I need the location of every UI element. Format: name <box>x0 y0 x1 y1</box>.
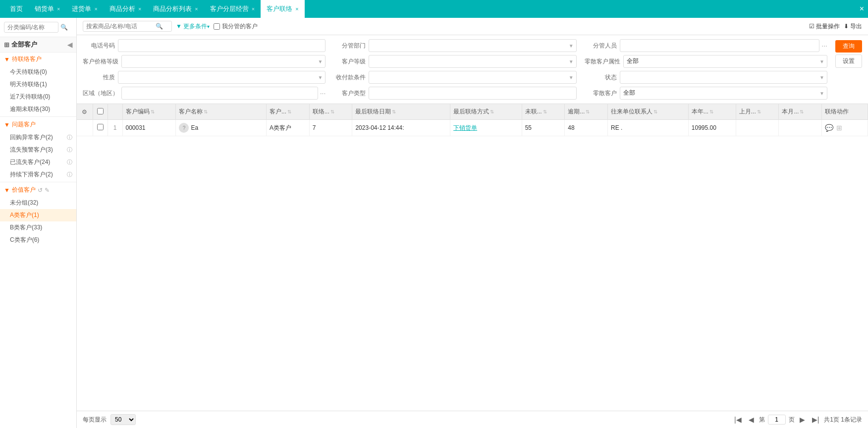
sort-icon[interactable]: ⇅ <box>586 109 590 114</box>
nav-tab-product-analysis[interactable]: 商品分析 × <box>104 0 147 18</box>
price-level-select[interactable] <box>121 55 326 68</box>
sort-icon[interactable]: ⇅ <box>653 109 657 114</box>
more-options-icon[interactable]: ··· <box>320 89 326 97</box>
info-icon: ⓘ <box>67 146 72 154</box>
row-this-month <box>779 120 822 136</box>
last-method-link[interactable]: 下销货单 <box>453 124 477 131</box>
manager-input[interactable] <box>620 39 820 52</box>
sidebar-item-today[interactable]: 今天待联络(0) <box>0 66 76 78</box>
prev-page-button[interactable]: ◀ <box>747 415 756 424</box>
first-page-button[interactable]: |◀ <box>732 415 744 424</box>
setting-button[interactable]: 设置 <box>835 54 862 68</box>
nature-select[interactable] <box>118 71 326 84</box>
edit-value-icon[interactable]: ✎ <box>45 187 50 194</box>
sort-icon[interactable]: ⇅ <box>490 109 494 114</box>
sidebar-search-area: 🔍 <box>0 18 76 37</box>
status-select[interactable] <box>620 71 827 84</box>
qr-action-icon[interactable]: ⊞ <box>836 124 842 132</box>
col-settings: ⚙ <box>77 104 93 120</box>
sort-icon[interactable]: ⇅ <box>392 109 396 114</box>
close-icon[interactable]: × <box>57 6 60 12</box>
close-icon[interactable]: × <box>252 6 255 12</box>
per-page-select[interactable]: 50 100 200 <box>110 414 136 425</box>
close-all-button[interactable]: × <box>860 4 864 13</box>
export-button[interactable]: ⬇ 导出 <box>844 22 862 31</box>
row-overdue: 48 <box>565 120 608 136</box>
total-info: 共1页 1条记录 <box>824 416 862 424</box>
sidebar-item-declining[interactable]: 持续下滑客户(2) ⓘ <box>0 168 76 181</box>
nav-tab-sales[interactable]: 销货单 × <box>29 0 66 18</box>
region-label: 区域（地区） <box>83 89 118 98</box>
sort-icon[interactable]: ⇅ <box>204 109 208 114</box>
close-icon[interactable]: × <box>295 6 298 12</box>
sort-icon[interactable]: ⇅ <box>151 109 155 114</box>
next-page-button[interactable]: ▶ <box>798 415 807 424</box>
row-action-cell: 💬 ⊞ <box>822 120 868 136</box>
search-input[interactable] <box>86 23 156 30</box>
dept-select[interactable] <box>369 39 576 52</box>
customer-type-input[interactable] <box>369 87 576 100</box>
sidebar-item-overdue[interactable]: 逾期未联络(30) <box>0 103 76 115</box>
my-customers-filter[interactable]: 我分管的客户 <box>214 22 258 31</box>
sidebar-item-churn-warning[interactable]: 流失预警客户(3) ⓘ <box>0 144 76 156</box>
phone-input[interactable] <box>118 39 326 52</box>
batch-operation-button[interactable]: ☑ 批量操作 <box>809 22 840 31</box>
sidebar-item-tomorrow[interactable]: 明天待联络(1) <box>0 78 76 91</box>
retail-customer-select[interactable]: 全部 <box>620 87 827 100</box>
status-label: 状态 <box>585 73 617 82</box>
refresh-icon[interactable]: ↺ <box>38 187 43 194</box>
nav-tab-product-list[interactable]: 商品分析列表 × <box>147 0 204 18</box>
nav-tab-customer-contact[interactable]: 客户联络 × <box>261 0 304 18</box>
col-no-contact-label: 未联... <box>525 107 542 116</box>
payment-select[interactable] <box>369 71 576 84</box>
region-input[interactable] <box>121 87 318 100</box>
retail-attr-select[interactable]: 全部 <box>623 55 827 68</box>
page-number-input[interactable] <box>768 415 786 425</box>
gear-icon[interactable]: ⚙ <box>82 108 87 115</box>
row-name: ? Ea <box>176 120 267 136</box>
col-contact-label: 联络... <box>313 107 329 116</box>
sidebar-search-input[interactable] <box>4 22 58 33</box>
sidebar-item-class-c[interactable]: C类客户(6) <box>0 234 76 246</box>
sidebar-section-pending[interactable]: ▼ 待联络客户 <box>0 53 76 66</box>
close-icon[interactable]: × <box>138 6 141 12</box>
close-icon[interactable]: × <box>94 6 97 12</box>
query-button[interactable]: 查询 <box>835 40 862 53</box>
sidebar-section-problem[interactable]: ▼ 问题客户 <box>0 118 76 131</box>
col-overdue: 逾期... ⇅ <box>565 104 608 120</box>
row-contact-person: RE . <box>608 120 689 136</box>
row-checkbox[interactable] <box>97 124 104 130</box>
close-icon[interactable]: × <box>195 6 198 12</box>
customer-level-select[interactable] <box>369 55 576 68</box>
sort-icon[interactable]: ⇅ <box>543 109 547 114</box>
nav-tab-customer-tier[interactable]: 客户分层经营 × <box>204 0 261 18</box>
nav-home[interactable]: 首页 <box>4 0 29 18</box>
sidebar-item-churned[interactable]: 已流失客户(24) ⓘ <box>0 156 76 168</box>
table-section: ⚙ 客户编码 ⇅ <box>77 104 868 428</box>
sidebar-item-unclassified[interactable]: 未分组(32) <box>0 197 76 209</box>
search-icon[interactable]: 🔍 <box>156 23 163 30</box>
my-customers-checkbox[interactable] <box>214 23 220 30</box>
nav-tab-purchase[interactable]: 进货单 × <box>66 0 103 18</box>
customer-level-label: 客户等级 <box>333 57 366 66</box>
sidebar-search-icon[interactable]: 🔍 <box>60 24 68 31</box>
filter-bar: 🔍 ▼ 更多条件 ▾ 我分管的客户 ☑ 批量操作 ⬇ 导出 <box>77 18 868 35</box>
more-options-icon[interactable]: ··· <box>821 42 827 50</box>
last-page-button[interactable]: ▶| <box>810 415 821 424</box>
sidebar-item-class-b[interactable]: B类客户(33) <box>0 221 76 234</box>
sidebar-collapse-button[interactable]: ◀ <box>67 41 72 49</box>
customer-name-text[interactable]: Ea <box>191 124 198 131</box>
sidebar-item-repurchase-abnormal[interactable]: 回购异常客户(2) ⓘ <box>0 131 76 144</box>
sidebar-section-value[interactable]: ▼ 价值客户 ↺ ✎ <box>0 183 76 197</box>
manager-label: 分管人员 <box>585 42 617 50</box>
sidebar-item-class-a[interactable]: A类客户(1) <box>0 209 76 221</box>
more-filter-button[interactable]: ▼ 更多条件 ▾ <box>176 22 210 31</box>
sort-icon[interactable]: ⇅ <box>800 109 804 114</box>
sort-icon[interactable]: ⇅ <box>757 109 761 114</box>
sort-icon[interactable]: ⇅ <box>287 109 291 114</box>
chat-action-icon[interactable]: 💬 <box>825 124 833 132</box>
sort-icon[interactable]: ⇅ <box>330 109 334 114</box>
sort-icon[interactable]: ⇅ <box>709 109 713 114</box>
select-all-checkbox[interactable] <box>97 108 104 114</box>
sidebar-item-7days[interactable]: 近7天待联络(0) <box>0 91 76 103</box>
